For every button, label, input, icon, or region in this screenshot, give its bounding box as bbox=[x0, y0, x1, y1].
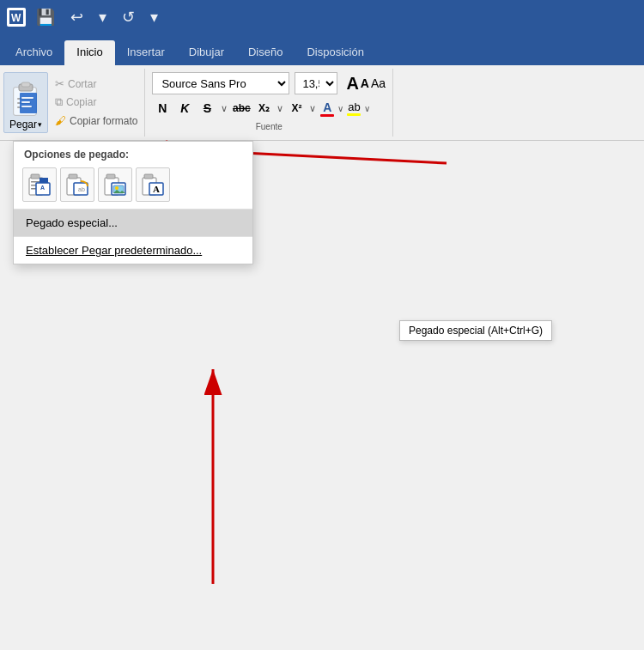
svg-text:W: W bbox=[11, 12, 21, 24]
save-button[interactable]: 💾 bbox=[31, 6, 60, 28]
title-bar: W 💾 ↩ ▾ ↺ ▾ bbox=[0, 0, 644, 34]
abc-strikethrough-button[interactable]: abc bbox=[231, 98, 252, 118]
ribbon: Pegar ▾ ✂ Cortar ⧉ Copiar 🖌 Copiar forma… bbox=[0, 65, 644, 141]
dropdown-header: Opciones de pegado: bbox=[14, 142, 252, 164]
ribbon-tabs: Archivo Inicio Insertar Dibujar Diseño D… bbox=[0, 34, 644, 65]
tab-disposicion[interactable]: Disposición bbox=[295, 40, 375, 65]
increase-font-button[interactable]: A bbox=[346, 75, 358, 92]
superscript-dropdown[interactable]: ∨ bbox=[309, 103, 316, 114]
paste-option-1[interactable]: A bbox=[22, 167, 57, 202]
cut-button[interactable]: ✂ Cortar bbox=[52, 76, 141, 92]
copy-button[interactable]: ⧉ Copiar bbox=[52, 94, 141, 111]
font-name-select[interactable]: Source Sans Pro bbox=[152, 72, 289, 94]
paste-dropdown-menu: Opciones de pegado: A ab bbox=[13, 141, 253, 264]
auto-font-button[interactable]: Aa bbox=[371, 76, 386, 90]
paste-label: Pegar bbox=[9, 118, 37, 131]
paste-button[interactable]: Pegar ▾ bbox=[3, 72, 48, 133]
svg-rect-30 bbox=[144, 174, 153, 179]
svg-rect-21 bbox=[69, 174, 77, 179]
svg-rect-25 bbox=[106, 174, 115, 179]
strikethrough-button[interactable]: S bbox=[197, 98, 217, 118]
paste-dropdown-arrow[interactable]: ▾ bbox=[38, 120, 42, 129]
font-size-select[interactable]: 13,5 bbox=[295, 72, 337, 94]
superscript-button[interactable]: X² bbox=[286, 98, 307, 118]
subscript-dropdown[interactable]: ∨ bbox=[276, 103, 283, 114]
bold-button[interactable]: N bbox=[152, 98, 173, 118]
svg-rect-14 bbox=[31, 174, 39, 179]
font-row1: Source Sans Pro 13,5 A A Aa bbox=[152, 72, 386, 94]
svg-rect-10 bbox=[21, 97, 33, 99]
svg-text:A: A bbox=[153, 184, 160, 194]
tab-inicio[interactable]: Inicio bbox=[64, 40, 114, 65]
highlight-button[interactable]: ab bbox=[347, 100, 361, 116]
font-color-dropdown[interactable]: ∨ bbox=[337, 104, 343, 113]
paste-icon bbox=[9, 81, 42, 118]
copy-icon: ⧉ bbox=[55, 95, 63, 109]
scissors-icon: ✂ bbox=[55, 77, 64, 90]
paste-option-4[interactable]: A bbox=[136, 167, 170, 202]
svg-rect-11 bbox=[21, 101, 30, 103]
set-default-paste-item[interactable]: Establecer Pegar predeterminado... bbox=[14, 237, 252, 264]
tooltip: Pegado especial (Alt+Ctrl+G) bbox=[399, 320, 552, 341]
italic-button[interactable]: K bbox=[174, 98, 195, 118]
paste-option-3[interactable] bbox=[98, 167, 132, 202]
svg-rect-5 bbox=[21, 82, 30, 87]
clipboard-small-buttons: ✂ Cortar ⧉ Copiar 🖌 Copiar formato bbox=[52, 72, 141, 133]
tab-archivo[interactable]: Archivo bbox=[3, 40, 64, 65]
quick-access-dropdown[interactable]: ▾ bbox=[145, 6, 163, 28]
redo-button[interactable]: ↺ bbox=[117, 6, 140, 28]
font-color-button[interactable]: A bbox=[320, 100, 334, 117]
svg-text:ab: ab bbox=[78, 186, 85, 192]
format-painter-label: Copiar formato bbox=[70, 115, 137, 127]
subscript-button[interactable]: X₂ bbox=[253, 98, 274, 118]
paste-options-row: A ab bbox=[14, 164, 252, 209]
cut-label: Cortar bbox=[68, 78, 96, 90]
highlight-dropdown[interactable]: ∨ bbox=[364, 104, 370, 113]
paste-option-2[interactable]: ab bbox=[60, 167, 94, 202]
format-painter-icon: 🖌 bbox=[55, 114, 66, 127]
font-size-buttons: A A Aa bbox=[346, 75, 386, 92]
font-group-label: Fuente bbox=[152, 122, 386, 131]
tab-diseno[interactable]: Diseño bbox=[236, 40, 295, 65]
svg-text:A: A bbox=[40, 185, 45, 191]
svg-point-28 bbox=[115, 186, 118, 190]
font-row2: N K S ∨ abc X₂ ∨ X² ∨ A ∨ ab ∨ bbox=[152, 98, 386, 118]
undo-button[interactable]: ↩ bbox=[65, 6, 88, 28]
decrease-font-button[interactable]: A bbox=[361, 77, 369, 89]
font-group: Source Sans Pro 13,5 A A Aa N K S ∨ abc … bbox=[145, 69, 393, 137]
tab-insertar[interactable]: Insertar bbox=[115, 40, 177, 65]
tab-dibujar[interactable]: Dibujar bbox=[177, 40, 236, 65]
clipboard-group: Pegar ▾ ✂ Cortar ⧉ Copiar 🖌 Copiar forma… bbox=[0, 69, 145, 137]
svg-rect-12 bbox=[21, 106, 32, 107]
formatting-dropdown[interactable]: ∨ bbox=[221, 103, 228, 114]
word-icon: W bbox=[7, 8, 26, 27]
format-painter-button[interactable]: 🖌 Copiar formato bbox=[52, 112, 141, 129]
paste-special-item[interactable]: Pegado especial... bbox=[14, 210, 252, 236]
copy-label: Copiar bbox=[66, 96, 96, 108]
undo-dropdown-button[interactable]: ▾ bbox=[94, 6, 112, 28]
